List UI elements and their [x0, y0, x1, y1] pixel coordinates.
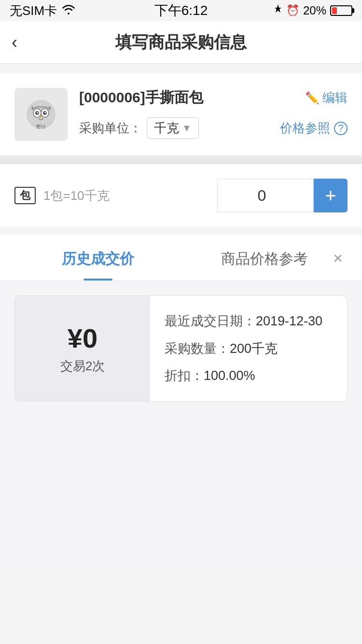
trade-card-right: 最近成交日期：2019-12-30 采购数量：200千克 折扣：100.00% [150, 296, 347, 401]
alarm-icon: ⏰ [286, 4, 299, 17]
tab-history-price[interactable]: 历史成交价 [14, 235, 181, 280]
wifi-icon [62, 3, 75, 18]
quantity-input-group: + [217, 179, 348, 212]
unit-box-icon: 包 [14, 187, 36, 204]
trade-card: ¥0 交易2次 最近成交日期：2019-12-30 采购数量：200千克 折扣：… [14, 295, 348, 402]
tab-price-reference[interactable]: 商品价格参考 [181, 235, 348, 280]
edit-icon: ✏️ [305, 91, 320, 105]
svg-point-6 [45, 112, 46, 113]
product-full-name: [0000006]手撕面包 [79, 88, 203, 108]
status-time: 下午6:12 [154, 1, 208, 20]
trade-card-left: ¥0 交易2次 [15, 296, 150, 401]
dropdown-icon: ▼ [182, 123, 192, 134]
tab-header: 历史成交价 商品价格参考 × [0, 235, 362, 281]
page-title: 填写商品采购信息 [115, 31, 247, 54]
quantity-row: 包 1包=10千克 + [0, 164, 362, 227]
quantity-input[interactable] [217, 179, 314, 212]
quantity-plus-button[interactable]: + [314, 179, 348, 212]
product-image: 野计 [14, 88, 68, 141]
help-icon: ? [334, 122, 348, 135]
status-right-group: ⏰ 20% [274, 4, 352, 17]
back-button[interactable]: ‹ [12, 32, 17, 53]
discount-row: 折扣：100.00% [165, 366, 333, 386]
unit-label: 采购单位： 千克 ▼ [79, 117, 199, 139]
product-info: [0000006]手撕面包 ✏️ 编辑 采购单位： 千克 ▼ 价格参照 ? [79, 88, 348, 139]
section-divider [0, 155, 362, 164]
trade-count: 交易2次 [60, 358, 105, 375]
trade-price: ¥0 [68, 322, 97, 354]
nav-bar: ‹ 填写商品采购信息 [0, 21, 362, 64]
unit-select[interactable]: 千克 ▼ [147, 117, 199, 139]
purchase-qty-row: 采购数量：200千克 [165, 339, 333, 359]
status-bar: 无SIM卡 下午6:12 ⏰ 20% [0, 0, 362, 21]
tab-section: 历史成交价 商品价格参考 × ¥0 交易2次 最近成交日期：2019-12-30… [0, 235, 362, 571]
trade-card-area: ¥0 交易2次 最近成交日期：2019-12-30 采购数量：200千克 折扣：… [0, 281, 362, 571]
status-network: 无SIM卡 [10, 2, 75, 19]
unit-conversion: 1包=10千克 [43, 187, 110, 204]
edit-button[interactable]: ✏️ 编辑 [305, 89, 348, 106]
close-button[interactable]: × [328, 243, 348, 272]
recent-date-row: 最近成交日期：2019-12-30 [165, 311, 333, 331]
no-sim-label: 无SIM卡 [10, 2, 57, 19]
gps-icon [274, 4, 282, 17]
quantity-unit-info: 包 1包=10千克 [14, 187, 110, 204]
price-ref-button[interactable]: 价格参照 ? [280, 120, 348, 137]
svg-text:野计: 野计 [36, 124, 46, 129]
battery-icon [330, 5, 352, 16]
product-card: 野计 [0000006]手撕面包 ✏️ 编辑 采购单位： 千克 ▼ [0, 73, 362, 155]
battery-percent: 20% [303, 4, 326, 17]
svg-point-5 [37, 112, 39, 113]
